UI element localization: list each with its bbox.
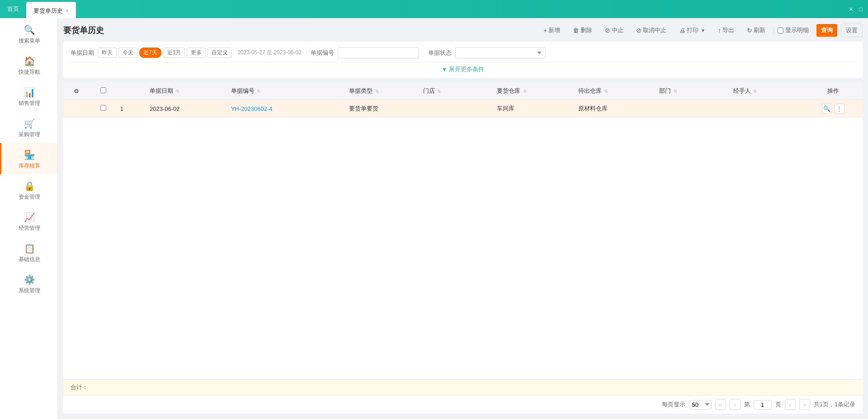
filter-row: 单据日期 昨天 今天 近7天 近1月 更多 自定义 2023-05-27 至 2… — [71, 47, 855, 58]
tab-close-icon[interactable]: × — [66, 8, 69, 14]
date-btn-today[interactable]: 今天 — [118, 48, 137, 58]
per-page-label: 每页显示 — [662, 400, 685, 409]
sidebar-item-shortcut[interactable]: 🏠 快捷导航 — [0, 49, 57, 81]
main-layout: 🔍 搜索菜单 🏠 快捷导航 📊 销售管理 🛒 采购管理 🏪 库存核算 🔒 资金管… — [0, 18, 868, 419]
sidebar-item-inventory-label: 库存核算 — [19, 162, 40, 170]
th-checkbox[interactable] — [90, 82, 117, 100]
top-bar: 首页 要货单历史 × ✕ □ — [0, 0, 868, 18]
th-num — [117, 82, 146, 100]
th-settings[interactable]: ⚙ — [63, 82, 90, 100]
th-shop-sort-icon[interactable]: ⇅ — [437, 89, 441, 94]
purchase-icon: 🛒 — [24, 118, 35, 129]
window-close-icon[interactable]: ✕ — [849, 6, 854, 13]
sales-icon: 📊 — [24, 87, 35, 98]
date-btn-more[interactable]: 更多 — [187, 48, 206, 58]
stop-button[interactable]: ⊘ 中止 — [600, 24, 628, 37]
prev-page-btn[interactable]: ‹ — [730, 399, 741, 410]
td-billno[interactable]: YH-20230602-4 — [227, 100, 345, 118]
add-label: 新增 — [548, 26, 560, 34]
sidebar-item-search[interactable]: 🔍 搜索菜单 — [0, 18, 57, 49]
td-out-wh: 原材料仓库 — [575, 100, 656, 118]
date-btn-1month[interactable]: 近1月 — [163, 48, 185, 58]
delete-button[interactable]: 🗑 删除 — [568, 24, 597, 37]
show-detail-toggle[interactable]: 显示明细 — [778, 26, 809, 34]
date-btn-custom[interactable]: 自定义 — [208, 48, 232, 58]
th-handler-sort-icon[interactable]: ⇅ — [753, 89, 757, 94]
th-type-label: 单据类型 — [349, 87, 373, 94]
status-select[interactable] — [455, 47, 546, 58]
sidebar-item-sales[interactable]: 📊 销售管理 — [0, 81, 57, 112]
cancel-stop-label: 取消中止 — [643, 26, 666, 34]
date-btn-7days[interactable]: 近7天 — [139, 48, 161, 58]
tab-home[interactable]: 首页 — [0, 0, 26, 18]
window-max-icon[interactable]: □ — [859, 6, 863, 13]
th-out-wh-sort-icon[interactable]: ⇅ — [604, 89, 608, 94]
th-dept-sort-icon[interactable]: ⇅ — [674, 89, 677, 94]
th-billno-sort-icon[interactable]: ⇅ — [257, 89, 260, 94]
delete-label: 删除 — [580, 26, 592, 34]
settings-label: 设置 — [846, 26, 858, 34]
td-checkbox[interactable] — [90, 100, 117, 118]
th-type[interactable]: 单据类型 ⇅ — [345, 82, 419, 100]
export-icon: ↑ — [718, 27, 721, 34]
table-container: ⚙ 单据日期 ⇅ 单据编号 ⇅ — [63, 82, 863, 414]
sidebar-item-operation-label: 经营管理 — [19, 224, 40, 232]
row-view-btn[interactable]: 🔍 — [822, 104, 832, 114]
print-dropdown-icon: ▼ — [701, 28, 705, 33]
search-icon: 🔍 — [24, 24, 35, 35]
refresh-label: 刷新 — [754, 26, 765, 34]
show-detail-checkbox[interactable] — [778, 28, 783, 33]
th-type-sort-icon[interactable]: ⇅ — [375, 89, 379, 94]
sidebar-item-system[interactable]: ⚙️ 系统管理 — [0, 268, 57, 299]
billno-link[interactable]: YH-20230602-4 — [231, 105, 273, 112]
th-ops: 操作 — [803, 82, 863, 100]
th-out-wh-label: 待出仓库 — [578, 87, 602, 94]
date-range-text: 2023-05-27 至 2023-06-02 — [237, 49, 301, 57]
expand-more-btn[interactable]: ▼ 展开更多条件 — [71, 62, 855, 74]
last-page-btn[interactable]: » — [799, 399, 810, 410]
th-billno[interactable]: 单据编号 ⇅ — [227, 82, 345, 100]
sidebar-item-sales-label: 销售管理 — [19, 100, 40, 107]
sidebar-item-basic[interactable]: 📋 基础信息 — [0, 237, 57, 268]
th-shop[interactable]: 门店 ⇅ — [420, 82, 493, 100]
th-req-wh-sort-icon[interactable]: ⇅ — [523, 89, 527, 94]
pagination-bar: 每页显示 10 20 50 100 « ‹ 第 页 › » 共1页，1条记录 — [63, 395, 863, 414]
print-button[interactable]: 🖨 打印 ▼ — [675, 24, 710, 37]
page-num-input[interactable] — [754, 400, 772, 409]
th-dept[interactable]: 部门 ⇅ — [656, 82, 729, 100]
tab-requisition-history[interactable]: 要货单历史 × — [26, 2, 76, 20]
select-all-checkbox[interactable] — [100, 87, 106, 93]
th-handler[interactable]: 经手人 ⇅ — [730, 82, 803, 100]
table-row: 1 2023-06-02 YH-20230602-4 要货单要货 车间库 原材料… — [63, 100, 863, 118]
query-label: 查询 — [821, 26, 833, 34]
th-req-wh[interactable]: 要货仓库 ⇅ — [493, 82, 575, 100]
cancel-stop-button[interactable]: ⊘ 取消中止 — [632, 24, 671, 37]
sidebar-item-finance[interactable]: 🔒 资金管理 — [0, 174, 57, 205]
basic-icon: 📋 — [24, 243, 35, 254]
cancel-stop-icon: ⊘ — [636, 27, 642, 34]
th-out-wh[interactable]: 待出仓库 ⇅ — [575, 82, 656, 100]
th-date-label: 单据日期 — [150, 87, 173, 94]
th-date[interactable]: 单据日期 ⇅ — [146, 82, 227, 100]
date-btn-yesterday[interactable]: 昨天 — [98, 48, 117, 58]
sidebar-item-operation[interactable]: 📈 经营管理 — [0, 205, 57, 237]
sidebar-item-shortcut-label: 快捷导航 — [19, 68, 40, 76]
next-page-btn[interactable]: › — [785, 399, 796, 410]
sidebar-item-inventory[interactable]: 🏪 库存核算 — [0, 143, 57, 174]
add-button[interactable]: + 新增 — [539, 24, 565, 37]
refresh-button[interactable]: ↻ 刷新 — [742, 24, 770, 37]
billno-input[interactable] — [338, 47, 419, 58]
per-page-select[interactable]: 10 20 50 100 — [689, 400, 712, 409]
filter-area: 单据日期 昨天 今天 近7天 近1月 更多 自定义 2023-05-27 至 2… — [63, 42, 863, 78]
th-dept-label: 部门 — [659, 87, 671, 94]
th-date-sort-icon[interactable]: ⇅ — [176, 89, 179, 94]
row-more-btn[interactable]: ⋮ — [835, 104, 844, 114]
tab-requisition-label: 要货单历史 — [33, 7, 63, 15]
query-button[interactable]: 查询 — [816, 24, 837, 37]
th-handler-label: 经手人 — [733, 87, 751, 94]
first-page-btn[interactable]: « — [715, 399, 726, 410]
settings-button[interactable]: 设置 — [841, 24, 863, 37]
row-checkbox[interactable] — [100, 105, 106, 111]
sidebar-item-purchase[interactable]: 🛒 采购管理 — [0, 112, 57, 143]
export-button[interactable]: ↑ 导出 — [713, 24, 739, 37]
